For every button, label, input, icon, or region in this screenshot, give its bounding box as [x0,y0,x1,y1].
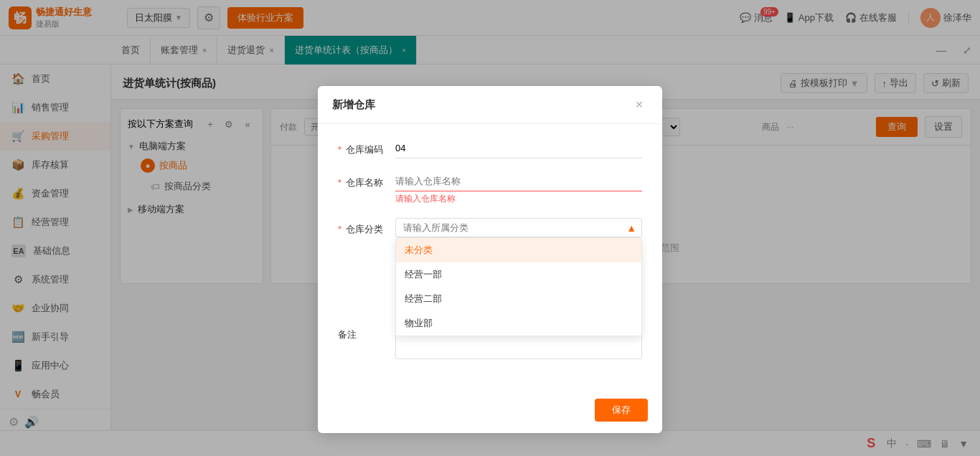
dropdown-item-unclassified[interactable]: 未分类 [396,238,641,262]
name-label: * 仓库名称 [338,171,395,189]
required-star-3: * [338,224,341,234]
warehouse-name-input[interactable] [395,171,642,191]
modal-footer: 保存 [318,391,662,433]
dropdown-item-dept1[interactable]: 经营一部 [396,262,641,287]
modal-close-button[interactable]: × [631,96,648,113]
dropdown-item-dept3[interactable]: 物业部 [396,311,641,336]
category-control: ▲ 未分类 经营一部 经营二部 物业部 [395,218,642,237]
warehouse-code-input[interactable] [395,138,642,158]
category-input-wrapper: ▲ [395,218,642,237]
category-toggle-icon[interactable]: ▲ [626,222,636,234]
notes-label: 备注 [338,323,395,341]
category-dropdown: 未分类 经营一部 经营二部 物业部 [395,237,642,336]
modal-body: * 仓库编码 * 仓库名称 请输入仓库名称 [318,124,662,391]
modal-title: 新增仓库 [332,98,375,112]
form-row-code: * 仓库编码 [338,138,642,158]
form-row-category: * 仓库分类 ▲ 未分类 经营一部 经营二部 物业部 [338,218,642,237]
code-label: * 仓库编码 [338,138,395,156]
dropdown-item-dept2[interactable]: 经营二部 [396,287,641,311]
required-star: * [338,144,341,155]
category-label: * 仓库分类 [338,218,395,236]
form-row-name: * 仓库名称 请输入仓库名称 [338,171,642,205]
name-error-msg: 请输入仓库名称 [395,193,642,205]
category-search-input[interactable] [395,218,642,237]
required-star-2: * [338,177,341,188]
code-control [395,138,642,158]
modal-header: 新增仓库 × [318,86,662,124]
modal-overlay: 新增仓库 × * 仓库编码 * 仓库名称 [0,0,980,456]
save-button[interactable]: 保存 [595,399,648,422]
name-control: 请输入仓库名称 [395,171,642,205]
add-warehouse-modal: 新增仓库 × * 仓库编码 * 仓库名称 [318,86,662,433]
